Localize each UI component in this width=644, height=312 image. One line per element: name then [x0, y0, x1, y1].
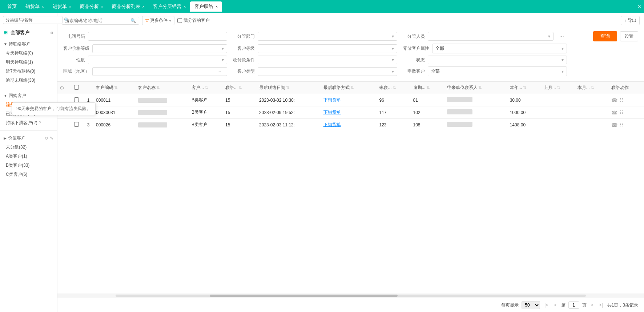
edit-icon[interactable]: ✎	[50, 136, 53, 141]
contact-icon[interactable]: ☎	[611, 97, 617, 103]
tab-customer-tier[interactable]: 客户分层经营 ×	[149, 1, 190, 12]
sidebar-item-a-class[interactable]: A类客户(1)	[0, 152, 57, 161]
toolbar-search-icon[interactable]: 🔍	[130, 18, 136, 23]
col-this-month[interactable]: 本月...⇅	[575, 82, 609, 94]
region-select[interactable]: ···	[92, 67, 227, 76]
more-action-icon[interactable]: ⠿	[620, 110, 623, 116]
page-label-after: 页	[582, 302, 587, 308]
sidebar-search-icon[interactable]: 🔍	[64, 17, 69, 23]
close-customer-tier-tab[interactable]: ×	[184, 5, 186, 9]
sidebar-group-churn-title[interactable]: ▼ 回购客户	[0, 91, 57, 100]
sidebar-item-declining[interactable]: 持续下滑客户(2) ?	[0, 118, 57, 127]
row-select-checkbox[interactable]	[74, 122, 79, 127]
col-settings[interactable]: ⚙	[57, 82, 72, 94]
first-page-btn[interactable]: |<	[543, 303, 550, 308]
customer-type-select[interactable]: ▾	[258, 67, 397, 76]
col-type[interactable]: 客户...⇅	[189, 82, 223, 94]
dept-select[interactable]: ▾	[258, 32, 397, 41]
zero-attr-select[interactable]: 全部 ▾	[432, 44, 567, 53]
close-analysis-list-tab[interactable]: ×	[142, 5, 145, 9]
row-checkbox[interactable]	[72, 119, 83, 131]
per-page-select[interactable]: 50 100	[522, 301, 540, 309]
close-all-button[interactable]: ×	[638, 3, 641, 10]
contact-icon[interactable]: ☎	[611, 110, 617, 116]
row-last-method[interactable]: 下销货单	[321, 94, 377, 106]
row-last-method[interactable]: 下销货单	[321, 119, 377, 131]
sidebar-item-b-class[interactable]: B类客户(33)	[0, 161, 57, 170]
settings-button[interactable]: 设置	[620, 31, 638, 41]
region-more-icon[interactable]: ···	[214, 69, 224, 74]
sidebar-item-today[interactable]: 今天待联络(0)	[0, 49, 57, 58]
my-customers-checkbox[interactable]: 我分管的客户	[177, 17, 210, 24]
more-conditions-btn[interactable]: ▽ 更多条件 ▾	[142, 16, 174, 25]
select-all-checkbox[interactable]	[74, 85, 79, 90]
sidebar-item-ungroup[interactable]: 未分组(32)	[0, 143, 57, 152]
page-label-before: 第	[561, 302, 565, 308]
question-icon-2[interactable]: ?	[39, 121, 41, 125]
nature-select[interactable]: ▾	[88, 56, 227, 64]
sidebar-item-tomorrow[interactable]: 明天待联络(1)	[0, 58, 57, 67]
tab-customer-contact[interactable]: 客户联络 ×	[190, 1, 222, 12]
scroll-thumb[interactable]	[210, 295, 398, 297]
personnel-select[interactable]: ▾	[428, 32, 554, 41]
close-analysis-tab[interactable]: ×	[101, 5, 103, 9]
query-button[interactable]: 查询	[593, 31, 617, 41]
tab-analysis-list[interactable]: 商品分析列表 ×	[108, 1, 149, 12]
col-this-year[interactable]: 本年...⇅	[508, 82, 542, 94]
col-contact[interactable]: 联络...⇅	[223, 82, 257, 94]
col-company-contact[interactable]: 往来单位联系人⇅	[445, 82, 508, 94]
row-last-month	[542, 106, 575, 119]
contact-method-link[interactable]: 下销货单	[323, 97, 341, 102]
col-overdue[interactable]: 逾期...⇅	[411, 82, 445, 94]
export-button[interactable]: ↑ 导出	[621, 16, 640, 25]
tab-sales[interactable]: 销货单 ×	[21, 1, 48, 12]
col-code[interactable]: 客户编码⇅	[94, 82, 136, 94]
zero-customer-select[interactable]: 全部 ▾	[428, 66, 567, 76]
phone-input[interactable]	[88, 32, 227, 41]
prev-page-btn[interactable]: <	[552, 303, 558, 308]
more-action-icon[interactable]: ⠿	[620, 122, 623, 128]
col-last-date[interactable]: 最后联络日期⇅	[257, 82, 321, 94]
sidebar-all-customers[interactable]: ⊞ 全部客户 «	[0, 27, 57, 38]
row-actions[interactable]: ☎ ⠿	[609, 94, 644, 106]
row-actions[interactable]: ☎ ⠿	[609, 106, 644, 119]
contact-method-link[interactable]: 下销货单	[323, 110, 341, 115]
sidebar-group-pending-title[interactable]: ▼ 待联络客户	[0, 40, 57, 49]
more-action-icon[interactable]: ⠿	[620, 97, 623, 103]
sidebar-collapse-btn[interactable]: «	[50, 29, 53, 36]
close-customer-contact-tab[interactable]: ×	[216, 5, 218, 9]
tab-purchase[interactable]: 进货单 ×	[48, 1, 76, 12]
col-last-method[interactable]: 最后联络方式⇅	[321, 82, 377, 94]
last-page-btn[interactable]: >|	[598, 303, 604, 308]
row-select-checkbox[interactable]	[74, 97, 79, 102]
sidebar-search-input[interactable]	[3, 16, 63, 24]
tab-analysis[interactable]: 商品分析 ×	[76, 1, 108, 12]
sidebar-item-week[interactable]: 近7天待联络(0)	[0, 67, 57, 76]
current-page-input[interactable]	[568, 301, 579, 309]
payment-select[interactable]: ▾	[258, 56, 397, 64]
tab-home[interactable]: 首页	[3, 3, 21, 10]
close-purchase-tab[interactable]: ×	[69, 5, 71, 9]
next-page-btn[interactable]: >	[589, 303, 595, 308]
horizontal-scrollbar[interactable]	[57, 293, 644, 298]
price-level-select[interactable]: ▾	[92, 44, 227, 53]
col-un-contact[interactable]: 未联...⇅	[377, 82, 411, 94]
more-icon-1[interactable]: ···	[556, 33, 567, 40]
contact-method-link[interactable]: 下销货单	[323, 122, 341, 127]
status-select[interactable]: ▾	[428, 56, 567, 64]
sidebar-item-overdue[interactable]: 逾期未联络(30)	[0, 76, 57, 85]
my-customers-check[interactable]	[177, 18, 182, 23]
refresh-icon[interactable]: ↺	[45, 136, 48, 141]
row-last-method[interactable]: 下销货单	[321, 106, 377, 119]
col-name[interactable]: 客户名称⇅	[136, 82, 190, 94]
col-last-month[interactable]: 上月...⇅	[542, 82, 575, 94]
contact-icon[interactable]: ☎	[611, 122, 617, 128]
row-actions[interactable]: ☎ ⠿	[609, 119, 644, 131]
sidebar-group-value-title[interactable]: ▶ 价值客户 ↺ ✎	[0, 134, 57, 143]
search-input[interactable]	[65, 18, 130, 23]
gear-icon[interactable]: ⚙	[60, 85, 64, 91]
row-last-date: 2023-03-02 10:30:	[257, 94, 321, 106]
sidebar-item-c-class[interactable]: C类客户(6)	[0, 170, 57, 179]
customer-level-select[interactable]: ▾	[258, 44, 397, 53]
close-sales-tab[interactable]: ×	[42, 5, 44, 9]
